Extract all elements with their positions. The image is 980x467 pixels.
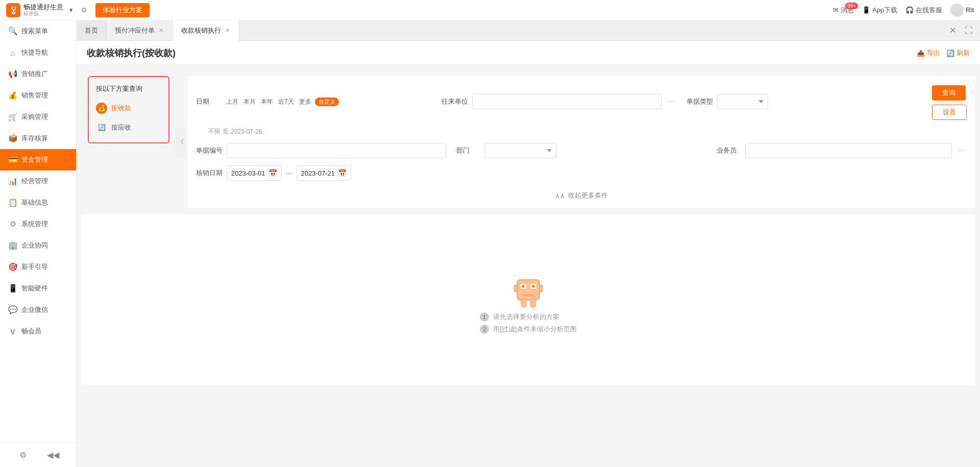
docno-label: 单据编号 bbox=[196, 146, 223, 155]
filter-field-dept: 部门 bbox=[456, 143, 706, 158]
query-button[interactable]: 查询 bbox=[932, 85, 966, 101]
date-nolimit-text: 不限 bbox=[208, 127, 220, 136]
tab-verify[interactable]: 收款核销执行 ✕ bbox=[173, 20, 239, 41]
sidebar-item-sales[interactable]: 💰 销售管理 bbox=[0, 85, 76, 106]
sidebar-item-member[interactable]: V 畅会员 bbox=[0, 321, 76, 342]
sidebar-item-wechat[interactable]: 💬 企业微信 bbox=[0, 299, 76, 321]
tab-expand-btn[interactable]: ⛶ bbox=[962, 23, 976, 38]
sidebar-item-hardware[interactable]: 📱 智能硬件 bbox=[0, 278, 76, 299]
sidebar-item-marketing[interactable]: 📢 营销推广 bbox=[0, 63, 76, 85]
sidebar-item-basic[interactable]: 📋 基础信息 bbox=[0, 192, 76, 213]
verify-date-label: 核销日期 bbox=[196, 168, 223, 178]
service-label: 在线客服 bbox=[916, 6, 942, 15]
user-avatar bbox=[950, 4, 964, 17]
staff-input[interactable] bbox=[745, 143, 952, 158]
settings-icon[interactable]: ⚙ bbox=[77, 3, 91, 17]
tab-verify-close[interactable]: ✕ bbox=[224, 27, 231, 34]
export-button[interactable]: 📤 导出 bbox=[917, 48, 940, 58]
svg-rect-3 bbox=[522, 294, 534, 296]
tab-verify-label: 收款核销执行 bbox=[181, 26, 221, 35]
sidebar-item-shortcut[interactable]: ⌂ 快捷导航 bbox=[0, 42, 76, 63]
sidebar-label-enterprise: 企业协同 bbox=[21, 241, 48, 250]
date-custom-badge[interactable]: 自定义 bbox=[315, 97, 339, 106]
sidebar-item-business[interactable]: 📊 经营管理 bbox=[0, 170, 76, 192]
panel-collapse-button[interactable]: 《 bbox=[176, 127, 186, 158]
doctype-select[interactable] bbox=[717, 94, 768, 109]
guide-icon: 🎯 bbox=[8, 262, 17, 272]
sidebar-settings-icon[interactable]: ⚙ bbox=[16, 448, 30, 462]
sidebar-item-enterprise[interactable]: 🏢 企业协同 bbox=[0, 235, 76, 256]
staff-more-icon[interactable]: ··· bbox=[956, 146, 967, 155]
tabbar: 首页 预付冲应付单 ✕ 收款核销执行 ✕ ✕ ⛶ bbox=[77, 20, 980, 41]
inventory-icon: 📦 bbox=[8, 134, 17, 143]
filter-row-1: 日期 上月 本月 本年 近7天 更多 自定义 往来单位 bbox=[196, 83, 967, 120]
search-icon: 🔍 bbox=[8, 27, 17, 36]
svg-rect-6 bbox=[521, 299, 526, 307]
tab-close-btn[interactable]: ✕ bbox=[945, 23, 960, 38]
service-icon: 🎧 bbox=[905, 6, 914, 14]
dept-select[interactable] bbox=[485, 143, 556, 158]
date-shortcut-more[interactable]: 更多 bbox=[298, 97, 313, 107]
svg-rect-0 bbox=[517, 280, 540, 300]
app-download-button[interactable]: 📱 App下载 bbox=[862, 6, 897, 15]
sidebar-item-inventory[interactable]: 📦 库存核算 bbox=[0, 128, 76, 149]
sidebar-label-guide: 新手引导 bbox=[21, 262, 48, 272]
verify-date-end-picker[interactable]: 2023-07-21 📅 bbox=[297, 165, 352, 181]
svg-rect-4 bbox=[514, 285, 517, 292]
filter-container: 按以下方案查询 💰 按收款 🔄 按应收 《 bbox=[77, 65, 980, 214]
user-menu[interactable]: Rit bbox=[950, 4, 974, 17]
verify-date-start-picker[interactable]: 2023-03-01 📅 bbox=[227, 165, 282, 181]
date-end-text: 2023-07-26 bbox=[231, 128, 262, 135]
sidebar-collapse-icon[interactable]: ◀◀ bbox=[46, 448, 60, 462]
app-logo: 🐰 畅捷通好生意 标准版 bbox=[6, 3, 63, 17]
dept-label: 部门 bbox=[456, 146, 481, 155]
app-title-area: 畅捷通好生意 标准版 bbox=[23, 3, 63, 17]
sidebar-item-system[interactable]: ⚙ 系统管理 bbox=[0, 213, 76, 235]
date-to-text: 至 bbox=[223, 127, 229, 136]
date-shortcut-last-month[interactable]: 上月 bbox=[225, 97, 240, 107]
finance-icon: 💳 bbox=[8, 155, 17, 164]
date-shortcut-this-year[interactable]: 本年 bbox=[259, 97, 275, 107]
date-nolimit-row: 不限 至 2023-07-26 bbox=[196, 127, 967, 136]
member-icon: V bbox=[8, 327, 17, 336]
svg-rect-7 bbox=[530, 299, 535, 307]
sidebar-item-search[interactable]: 🔍 搜索菜单 bbox=[0, 20, 76, 42]
refresh-icon: 🔄 bbox=[946, 50, 954, 57]
sidebar-item-finance[interactable]: 💳 资金管理 bbox=[0, 149, 76, 170]
tab-home[interactable]: 首页 bbox=[77, 20, 107, 41]
app-sub-title: 标准版 bbox=[23, 11, 63, 17]
refresh-button[interactable]: 🔄 刷新 bbox=[946, 48, 970, 58]
tabbar-actions: ✕ ⛶ bbox=[945, 23, 980, 38]
sidebar-label-basic: 基础信息 bbox=[21, 198, 48, 207]
date-shortcut-7days[interactable]: 近7天 bbox=[277, 97, 296, 107]
tab-prepay-label: 预付冲应付单 bbox=[115, 26, 155, 35]
docno-input[interactable] bbox=[227, 143, 446, 158]
query-option-by-payable[interactable]: 🔄 按应收 bbox=[89, 118, 168, 137]
settings-button[interactable]: 设置 bbox=[932, 105, 967, 120]
filter-field-date: 日期 上月 本月 本年 近7天 更多 自定义 bbox=[196, 97, 431, 107]
receipt-icon: 💰 bbox=[96, 103, 107, 114]
online-service-button[interactable]: 🎧 在线客服 bbox=[905, 6, 942, 15]
hint-text-1: 请先选择要分析的方案 bbox=[493, 312, 559, 322]
doctype-label: 单据类型 bbox=[687, 97, 713, 106]
collapse-more-button[interactable]: ∧∧ 收起更多条件 bbox=[196, 188, 967, 201]
sidebar-label-shortcut: 快捷导航 bbox=[21, 48, 48, 57]
app-dropdown[interactable]: ▾ bbox=[69, 6, 73, 14]
wechat-icon: 💬 bbox=[8, 305, 17, 314]
app-icon: 📱 bbox=[862, 6, 870, 14]
app-main-title: 畅捷通好生意 bbox=[23, 3, 63, 11]
industry-button[interactable]: 体验行业方案 bbox=[95, 3, 150, 17]
purchase-icon: 🛒 bbox=[8, 112, 17, 121]
tab-prepay[interactable]: 预付冲应付单 ✕ bbox=[107, 20, 173, 41]
counterpart-more-icon[interactable]: ··· bbox=[666, 97, 676, 106]
date-shortcut-this-month[interactable]: 本月 bbox=[242, 97, 257, 107]
sidebar-item-guide[interactable]: 🎯 新手引导 bbox=[0, 256, 76, 278]
query-option-by-receipt[interactable]: 💰 按收款 bbox=[89, 99, 168, 118]
messages-button[interactable]: ✉ 消息 99+ bbox=[833, 6, 854, 15]
sidebar-item-purchase[interactable]: 🛒 采购管理 bbox=[0, 106, 76, 128]
sidebar-label-sales: 销售管理 bbox=[21, 91, 48, 100]
refresh-label: 刷新 bbox=[957, 48, 970, 58]
sidebar-bottom: ⚙ ◀◀ bbox=[0, 442, 76, 467]
counterpart-input[interactable] bbox=[472, 94, 662, 109]
tab-prepay-close[interactable]: ✕ bbox=[158, 27, 164, 34]
